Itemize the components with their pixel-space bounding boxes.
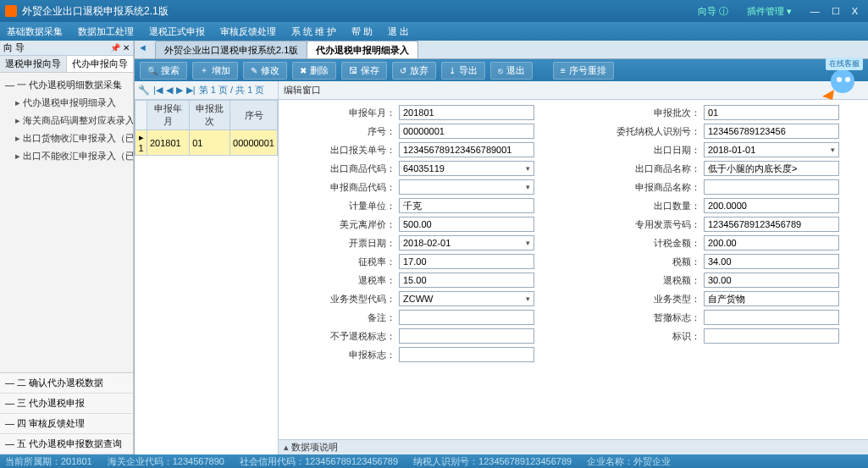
menu-audit[interactable]: 审核反馈处理 [220, 25, 276, 38]
select-ckrq[interactable]: 2018-01-01▾ [704, 142, 839, 157]
lbl-byts: 不予退税标志： [287, 330, 399, 343]
lbl-cksl: 出口数量： [585, 200, 704, 212]
input-se[interactable] [704, 254, 839, 269]
input-zsl[interactable] [399, 254, 534, 269]
plus-icon: ＋ [200, 64, 208, 76]
grid-next-icon[interactable]: ▶ [176, 85, 183, 96]
input-sbbz[interactable] [399, 347, 534, 362]
input-zyfp[interactable] [704, 217, 839, 232]
chevron-down-icon: ▾ [831, 146, 835, 154]
nav-pin[interactable]: 📌 ✕ [110, 43, 130, 52]
status-taxid: 纳税人识别号：123456789123456789 [413, 455, 572, 468]
grid-prev-icon[interactable]: ◀ [166, 85, 173, 96]
step-declare[interactable]: — 三 代办退税申报 [0, 394, 133, 414]
input-bgdh[interactable] [399, 142, 534, 157]
input-spmc[interactable] [704, 161, 839, 176]
nav-tab-refund[interactable]: 退税申报向导 [0, 56, 67, 72]
cell-sbpc: 01 [190, 130, 230, 156]
input-flag[interactable] [704, 328, 839, 344]
select-ywdm[interactable]: ZCWW▾ [399, 291, 534, 306]
data-desc-toggle[interactable]: 数据项说明 [284, 441, 338, 454]
grid-config-icon[interactable]: 🔧 [138, 85, 150, 96]
discard-button[interactable]: ↺放弃 [392, 62, 436, 80]
list-icon: ≡ [561, 66, 566, 75]
nav-tab-agent[interactable]: 代办申报向导 [67, 56, 134, 72]
delete-button[interactable]: ✖删除 [292, 62, 336, 80]
tree-item-hs[interactable]: 海关商品码调整对应表录入 [2, 112, 131, 129]
lbl-tsl: 退税率： [287, 274, 399, 287]
input-sbnm[interactable] [399, 105, 534, 120]
step-audit[interactable]: — 四 审核反馈处理 [0, 414, 133, 434]
input-tse[interactable] [704, 273, 839, 288]
add-button[interactable]: ＋增加 [192, 62, 238, 80]
lbl-bz: 备注： [287, 311, 399, 324]
status-social: 社会信用代码：123456789123456789 [240, 455, 398, 468]
grid-page-label: 第 1 页 / 共 1 页 [199, 84, 265, 96]
lbl-sbpc: 申报批次： [585, 107, 704, 119]
lbl-jsje: 计税金额： [585, 237, 704, 250]
col-xh[interactable]: 序号 [230, 101, 278, 130]
export-button[interactable]: ⤓导出 [441, 62, 485, 80]
svg-point-2 [845, 77, 850, 82]
menu-system[interactable]: 系 统 维 护 [291, 25, 336, 38]
doc-tab-detail[interactable]: 代办退税申报明细录入 [307, 41, 418, 58]
svg-point-1 [837, 77, 842, 82]
grid-first-icon[interactable]: |◀ [153, 85, 163, 96]
input-ywlx[interactable] [704, 291, 839, 306]
input-tsl[interactable] [399, 273, 534, 288]
window-close[interactable]: X [847, 6, 863, 16]
input-sbmc[interactable] [704, 179, 839, 195]
search-button[interactable]: 🔍搜索 [140, 62, 187, 80]
guide-link[interactable]: 向导 ⓘ [693, 5, 733, 18]
tree-item-detail[interactable]: 代办退税申报明细录入 [2, 94, 131, 112]
edit-button[interactable]: ✎修改 [243, 62, 287, 80]
tab-back-icon[interactable]: ◄ [138, 42, 152, 56]
input-mylaj[interactable] [399, 217, 534, 232]
menu-exit[interactable]: 退 出 [388, 25, 409, 38]
lbl-kprq: 开票日期： [287, 237, 399, 250]
step-confirm[interactable]: — 二 确认代办退税数据 [0, 373, 133, 394]
lbl-sbnm: 申报年月： [287, 107, 399, 119]
step-query[interactable]: — 五 代办退税申报数据查询 [0, 434, 133, 454]
exit-button[interactable]: ⎋退出 [490, 62, 533, 80]
menu-basic[interactable]: 基础数据采集 [7, 25, 63, 38]
grid-last-icon[interactable]: ▶| [186, 85, 196, 96]
doc-tab-home[interactable]: 外贸企业出口退税申报系统2.1版 [155, 41, 307, 58]
menu-help[interactable]: 帮 助 [351, 25, 373, 38]
export-icon: ⤓ [449, 66, 456, 75]
menu-declare[interactable]: 退税正式申报 [149, 25, 205, 38]
input-wtr[interactable] [704, 124, 839, 139]
select-kprq[interactable]: 2018-02-01▾ [399, 235, 534, 251]
resequence-button[interactable]: ≡序号重排 [553, 62, 614, 80]
mascot-icon[interactable]: 在线客服 [814, 59, 865, 107]
nav-title: 向 导 [3, 41, 25, 54]
table-row[interactable]: ▸ 1 201801 01 00000001 [135, 130, 278, 156]
input-zcbz[interactable] [704, 310, 839, 325]
tree-item-recv[interactable]: 出口货物收汇申报录入（已认定） [2, 129, 131, 147]
tree-item-norecv[interactable]: 出口不能收汇申报录入（已认定） [2, 147, 131, 165]
lbl-spmc: 出口商品名称： [585, 162, 704, 175]
window-max[interactable]: ☐ [827, 6, 845, 17]
tree-group-1[interactable]: — 一 代办退税明细数据采集 [2, 76, 131, 94]
input-cksl[interactable] [704, 198, 839, 213]
status-customs: 海关企业代码：1234567890 [108, 455, 224, 468]
lbl-ckrq: 出口日期： [585, 144, 704, 157]
input-bz[interactable] [399, 310, 534, 325]
delete-icon: ✖ [300, 66, 307, 75]
window-min[interactable]: — [805, 6, 825, 16]
menu-process[interactable]: 数据加工处理 [78, 25, 134, 38]
input-jldw[interactable] [399, 198, 534, 213]
chevron-down-icon: ▾ [526, 239, 530, 247]
input-byts[interactable] [399, 328, 534, 344]
input-jsje[interactable] [704, 235, 839, 251]
plugin-manage[interactable]: 插件管理 ▾ [742, 5, 797, 18]
select-spdm[interactable]: 64035119▾ [399, 161, 534, 176]
lbl-xh: 序号： [287, 125, 399, 138]
status-period: 当前所属期：201801 [5, 455, 92, 468]
col-sbnm[interactable]: 申报年月 [147, 101, 190, 130]
input-xh[interactable] [399, 124, 534, 139]
col-sbpc[interactable]: 申报批次 [190, 101, 230, 130]
select-sbdm[interactable]: ▾ [399, 179, 534, 195]
input-sbpc[interactable] [704, 105, 839, 120]
save-button[interactable]: 🖫保存 [341, 62, 387, 80]
